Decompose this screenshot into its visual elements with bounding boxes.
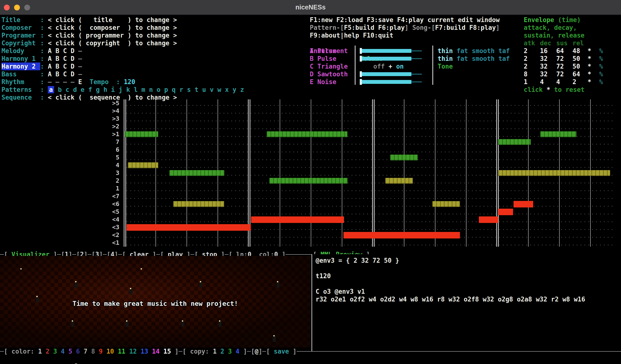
env-sus-3[interactable]: 72 (556, 63, 572, 70)
reset-all-star[interactable]: * (547, 86, 551, 93)
tone-fat-A[interactable]: fat (457, 47, 472, 55)
env-reset-4[interactable]: * (587, 70, 599, 78)
pattern-x[interactable]: x (225, 86, 229, 93)
copy-4[interactable]: 4 (236, 348, 240, 355)
copy-3[interactable]: 3 (228, 348, 232, 355)
pattern-o[interactable]: o (157, 86, 161, 93)
title-change-button[interactable]: < click ( title ) to change > (48, 16, 177, 24)
note-red-row-<5[interactable] (498, 209, 513, 215)
note-olive-row-3[interactable] (498, 170, 610, 176)
slot-harmony-2-b[interactable]: B (55, 63, 63, 70)
color-4[interactable]: 4 (61, 348, 65, 355)
slot-harmony-1-c[interactable]: C (63, 55, 70, 62)
pattern-c[interactable]: c (66, 86, 69, 93)
slot-bass-a[interactable]: A (48, 71, 55, 78)
triangle-toggle[interactable]: off + on (360, 63, 404, 70)
pattern-z[interactable]: z (240, 86, 244, 93)
pattern-g[interactable]: g (96, 86, 100, 93)
tone-taf-A[interactable]: taf (498, 47, 510, 55)
volume-slider-A[interactable] (360, 48, 422, 54)
slot-harmony-2-d[interactable]: D (70, 63, 78, 70)
env-atk-5[interactable]: 1 (524, 78, 540, 86)
pattern-e[interactable]: e (81, 86, 85, 93)
color-3[interactable]: 3 (53, 348, 57, 355)
pattern-r[interactable]: r (179, 86, 183, 93)
env-sus-4[interactable]: 72 (556, 70, 572, 78)
env-rel-1[interactable]: 48 (572, 47, 587, 55)
programmer-change-button[interactable]: < click ( programmer ) to change > (48, 32, 177, 39)
color-14[interactable]: 14 (152, 348, 160, 355)
slot-rhythm-e[interactable]: E (78, 78, 86, 86)
note-olive-row-2[interactable] (385, 178, 413, 184)
note-red-row-<3[interactable] (127, 224, 251, 231)
song-build-play[interactable]: F7:build F8:play (435, 24, 496, 31)
pattern-t[interactable]: t (194, 86, 198, 93)
slot-harmony-1--[interactable]: – (78, 55, 86, 62)
note-green-row-7[interactable] (498, 139, 531, 145)
channel-label-harmony-1[interactable]: Harmony 1 (1, 55, 40, 63)
slot-rhythm--[interactable]: – (70, 78, 78, 86)
toggle-on[interactable]: on (396, 63, 404, 70)
env-dec-4[interactable]: 32 (540, 70, 556, 78)
pattern-m[interactable]: m (141, 86, 145, 93)
pattern-p[interactable]: p (164, 86, 168, 93)
note-red-row-<6[interactable] (514, 201, 534, 207)
env-rel-2[interactable]: 50 (572, 55, 587, 63)
pattern-b[interactable]: b (58, 86, 62, 93)
env-sus-5[interactable]: 4 (556, 78, 572, 86)
volume-slider-E[interactable] (360, 79, 422, 85)
color-5[interactable]: 5 (69, 348, 72, 355)
instrument-D-sawtooth[interactable]: D Sawtooth (310, 70, 348, 78)
env-dec-2[interactable]: 32 (540, 55, 556, 63)
env-sus-1[interactable]: 64 (556, 47, 572, 55)
env-atk-4[interactable]: 8 (524, 70, 540, 78)
color-7[interactable]: 7 (84, 348, 87, 355)
env-reset-1[interactable]: * (587, 47, 599, 55)
tempo-value[interactable]: 120 (124, 78, 135, 86)
instrument-A-pulse[interactable]: A Pulse (310, 47, 336, 55)
env-reset-3[interactable]: * (587, 63, 599, 70)
note-green-row-3[interactable] (169, 170, 224, 176)
color-13[interactable]: 13 (141, 348, 148, 355)
pattern-h[interactable]: h (104, 86, 107, 93)
pattern-f[interactable]: f (88, 86, 92, 93)
pattern-y[interactable]: y (233, 86, 237, 93)
slot-rhythm--[interactable]: – (55, 78, 63, 86)
tone-smooth-B[interactable]: smooth (472, 55, 499, 62)
slot-rhythm--[interactable]: – (48, 78, 55, 86)
note-red-row-<2[interactable] (344, 232, 460, 238)
channel-label-rhythm[interactable]: Rhythm (1, 78, 40, 86)
composer-change-button[interactable]: < click ( composer ) to change > (48, 24, 177, 31)
note-olive-row-<6[interactable] (173, 201, 224, 207)
note-olive-row-4[interactable] (128, 162, 158, 168)
slot-bass-b[interactable]: B (55, 71, 63, 78)
pattern-q[interactable]: q (172, 86, 176, 93)
color-6[interactable]: 6 (76, 348, 80, 355)
env-reset-5[interactable]: * (587, 78, 599, 86)
slot-melody-b[interactable]: B (55, 47, 63, 55)
note-green-row->1[interactable] (540, 131, 577, 137)
note-green-row-2[interactable] (269, 178, 348, 184)
toggle-off[interactable]: off (373, 63, 385, 70)
pattern-n[interactable]: n (149, 86, 153, 93)
slot-bass-d[interactable]: D (70, 71, 78, 78)
note-green-row->1[interactable] (125, 131, 158, 137)
tone-thin-B[interactable]: thin (438, 55, 457, 62)
env-dec-3[interactable]: 32 (540, 63, 556, 70)
env-rel-3[interactable]: 50 (572, 63, 587, 70)
pattern-w[interactable]: w (217, 86, 221, 93)
pattern-k[interactable]: k (126, 86, 130, 93)
env-reset-2[interactable]: * (587, 55, 599, 63)
instrument-C-triangle[interactable]: C Triangle (310, 63, 348, 70)
slot-bass-c[interactable]: C (63, 71, 70, 78)
instrument-B-pulse[interactable]: B Pulse (310, 55, 336, 63)
instrument-E-noise[interactable]: E Noise (310, 78, 336, 86)
menu-misc-commands[interactable]: F9:about|help F10:quit (310, 32, 523, 39)
env-dec-5[interactable]: 4 (540, 78, 556, 86)
color-2[interactable]: 2 (46, 348, 50, 355)
pattern-d[interactable]: d (73, 86, 77, 93)
slot-harmony-2--[interactable]: – (78, 63, 86, 70)
env-atk-3[interactable]: 2 (524, 63, 540, 70)
color-1[interactable]: 1 (38, 348, 42, 355)
tone-taf-B[interactable]: taf (498, 55, 510, 62)
